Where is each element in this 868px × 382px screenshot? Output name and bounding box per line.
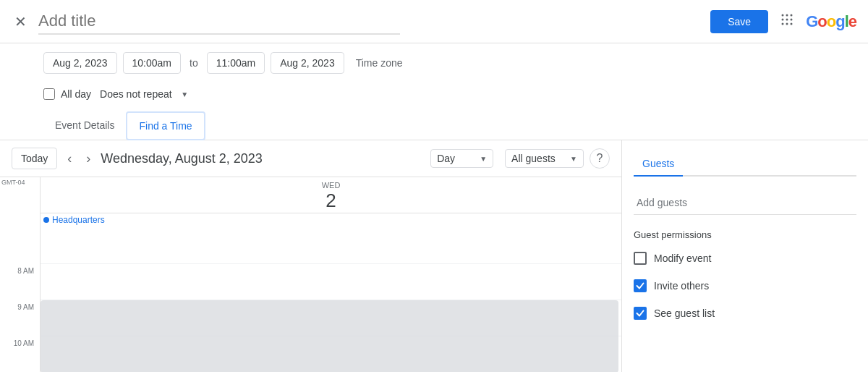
google-logo: Google <box>806 12 856 31</box>
allday-row: All day Does not repeat Every day Every … <box>0 82 868 111</box>
close-button[interactable]: ✕ <box>12 10 30 33</box>
repeat-select[interactable]: Does not repeat Every day Every week Eve… <box>97 85 190 103</box>
time-slot-8am[interactable] <box>41 228 621 264</box>
end-time-button[interactable]: 11:00am <box>207 52 265 74</box>
view-select-wrapper[interactable]: Day Week Month ▼ <box>430 149 493 168</box>
permission-row-invite: Invite others <box>634 276 856 295</box>
see-guest-list-checkbox[interactable] <box>634 307 647 320</box>
day-header: WED 2 <box>41 177 621 213</box>
repeat-select-wrapper[interactable]: Does not repeat Every day Every week Eve… <box>97 85 190 103</box>
today-button[interactable]: Today <box>12 148 57 169</box>
guest-permissions-title: Guest permissions <box>634 229 856 240</box>
time-label-8am: 8 AM <box>0 267 40 303</box>
end-date-button[interactable]: Aug 2, 2023 <box>271 52 344 74</box>
invite-others-checkbox[interactable] <box>634 279 647 292</box>
calendar-date-label: Wednesday, August 2, 2023 <box>101 151 425 166</box>
invite-others-label: Invite others <box>654 280 709 292</box>
calendar-area: Today ‹ › Wednesday, August 2, 2023 Day … <box>0 140 622 372</box>
apps-icon[interactable] <box>780 12 794 30</box>
modify-event-checkbox[interactable] <box>634 252 647 265</box>
view-select[interactable]: Day Week Month <box>437 153 477 164</box>
svg-point-8 <box>791 23 793 25</box>
time-label-9am: 9 AM <box>0 303 40 339</box>
modify-event-label: Modify event <box>654 252 711 264</box>
tabs-row: Event Details Find a Time <box>0 111 868 140</box>
svg-point-1 <box>786 14 788 17</box>
add-guests-input[interactable] <box>634 191 856 215</box>
sidebar-tab-guests[interactable]: Guests <box>634 152 683 177</box>
day-event-banner[interactable]: Headquarters <box>41 213 621 228</box>
svg-point-2 <box>791 14 793 17</box>
time-label-10am: 10 AM <box>0 339 40 372</box>
sidebar-tabs: Guests <box>634 152 856 177</box>
header-right: Save Google <box>710 10 856 33</box>
day-abbr: WED <box>322 181 341 190</box>
permission-row-modify: Modify event <box>634 249 856 268</box>
header: ✕ Save Google <box>0 0 868 43</box>
svg-point-3 <box>782 19 784 21</box>
day-column: WED 2 Headquarters <box>41 177 621 372</box>
timezone-button[interactable]: Time zone <box>350 54 409 72</box>
guests-chevron-icon: ▼ <box>570 155 577 163</box>
datetime-row: Aug 2, 2023 10:00am to 11:00am Aug 2, 20… <box>0 43 868 82</box>
start-time-button[interactable]: 10:00am <box>123 52 181 74</box>
time-gutter: GMT-04 8 AM 9 AM 10 AM 11 AM 12 PM <box>0 177 41 372</box>
header-left: ✕ <box>12 9 710 35</box>
sidebar: Guests Guest permissions Modify event In… <box>622 140 868 372</box>
event-dot <box>43 217 49 223</box>
svg-point-0 <box>782 14 784 17</box>
tab-find-a-time[interactable]: Find a Time <box>126 111 205 140</box>
allday-label: All day <box>61 88 91 100</box>
guests-select-wrapper[interactable]: All guests ▼ <box>505 149 584 168</box>
prev-button[interactable]: ‹ <box>63 148 76 169</box>
start-date-button[interactable]: Aug 2, 2023 <box>43 52 117 74</box>
svg-point-6 <box>782 23 784 25</box>
to-label: to <box>187 57 201 69</box>
main-layout: Today ‹ › Wednesday, August 2, 2023 Day … <box>0 140 868 372</box>
tab-event-details[interactable]: Event Details <box>43 112 126 140</box>
event-block[interactable] <box>41 300 618 372</box>
guests-select[interactable]: All guests <box>511 153 567 164</box>
save-button[interactable]: Save <box>710 10 768 33</box>
allday-checkbox[interactable] <box>43 88 55 100</box>
svg-point-5 <box>791 19 793 21</box>
view-chevron-icon: ▼ <box>480 155 487 163</box>
gmt-label: GMT-04 <box>0 177 27 187</box>
permission-row-guest-list: See guest list <box>634 304 856 323</box>
title-input[interactable] <box>38 9 400 35</box>
time-slot-8-30am[interactable] <box>41 264 621 300</box>
svg-point-4 <box>786 19 788 21</box>
see-guest-list-label: See guest list <box>654 307 715 319</box>
time-slots-container <box>41 228 621 372</box>
event-label[interactable]: Headquarters <box>52 215 105 225</box>
next-button[interactable]: › <box>82 148 95 169</box>
day-num: 2 <box>326 190 336 212</box>
help-button[interactable]: ? <box>590 148 610 169</box>
allday-checkbox-label[interactable]: All day <box>43 88 91 100</box>
calendar-toolbar: Today ‹ › Wednesday, August 2, 2023 Day … <box>0 140 621 177</box>
day-view: GMT-04 8 AM 9 AM 10 AM 11 AM 12 PM WED 2… <box>0 177 621 372</box>
svg-point-7 <box>786 23 788 25</box>
